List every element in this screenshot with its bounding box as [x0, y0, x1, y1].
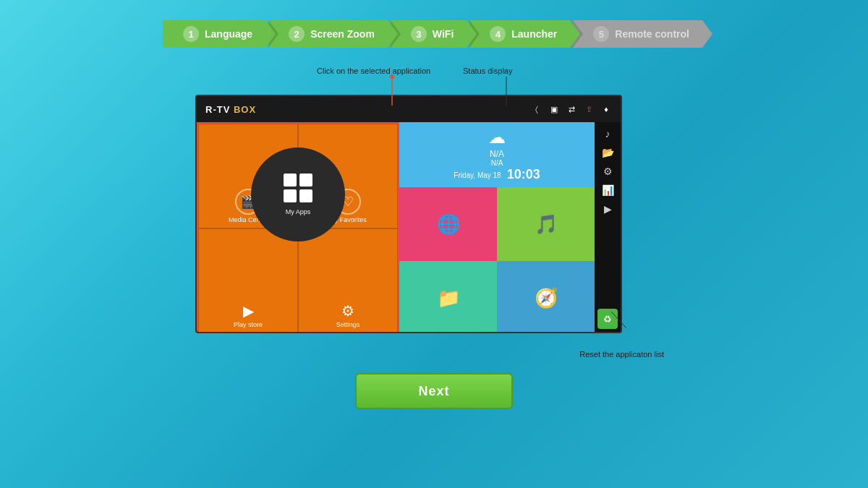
- wizard-step-2[interactable]: 2 Screen Zoom: [268, 20, 388, 48]
- tv-screen: R-TV BOX 〈 ▣ ⇄ ⇧ ♦: [195, 95, 622, 333]
- sidebar-chart-icon[interactable]: 📊: [602, 184, 614, 196]
- sidebar-gear-icon[interactable]: ⚙: [603, 166, 613, 177]
- weather-time: 10:03: [507, 167, 540, 182]
- media-center-label: Media Center: [229, 216, 268, 223]
- settings-label: Settings: [336, 321, 360, 328]
- app-cell-favorites[interactable]: ♡ My Favorites: [298, 124, 398, 228]
- annotation-status-display: Status display: [463, 67, 512, 75]
- app-cell-media-center[interactable]: 🎬 Media Center: [198, 124, 298, 228]
- app-cell-settings[interactable]: ⚙ Settings: [298, 228, 398, 333]
- step-number-5: 5: [593, 26, 609, 42]
- tv-brand: R-TV BOX: [205, 104, 256, 115]
- tv-body: 🎬 Media Center ♡ My Favorites: [197, 122, 621, 333]
- sidebar-play-icon[interactable]: ▶: [604, 203, 612, 215]
- wizard-step-4[interactable]: 4 Launcher: [469, 20, 570, 48]
- browser-icon: 🌐: [437, 213, 460, 236]
- tv-left-grid: 🎬 Media Center ♡ My Favorites: [197, 122, 399, 333]
- step-number-2: 2: [289, 26, 305, 42]
- app-cell-playstore[interactable]: ▶ Play store: [198, 228, 298, 333]
- files-icon: 📁: [437, 287, 460, 309]
- step-label-5: Remote control: [615, 28, 689, 40]
- playstore-icon: ▶: [243, 302, 254, 320]
- weather-na-1: N/A: [490, 149, 504, 159]
- cloud-icon: ☁: [488, 127, 506, 147]
- favorites-icon: ♡: [335, 189, 361, 215]
- upload-icon: ⇧: [583, 103, 595, 115]
- tv-sidebar: ♪ 📂 ⚙ 📊 ▶ ♻: [595, 122, 621, 333]
- app-tile-compass[interactable]: 🧭: [497, 261, 595, 333]
- step-number-1: 1: [183, 26, 199, 42]
- step-number-3: 3: [411, 26, 427, 42]
- signal-icon: ♦: [600, 103, 612, 115]
- wifi-icon: 〈: [531, 103, 542, 115]
- sidebar-reset-button[interactable]: ♻: [597, 309, 618, 329]
- next-button[interactable]: Next: [355, 373, 513, 409]
- annotation-reset-list: Reset the applicaton list: [579, 350, 664, 359]
- cast-icon: ⇄: [566, 103, 577, 115]
- tv-status-icons: 〈 ▣ ⇄ ⇧ ♦: [531, 103, 612, 115]
- screen-icon: ▣: [548, 103, 560, 115]
- next-button-wrapper: Next: [355, 373, 513, 409]
- step-label-4: Launcher: [511, 28, 557, 40]
- annotation-click-app: Click on the selected application: [317, 67, 430, 75]
- step-number-4: 4: [490, 26, 506, 42]
- step-label-2: Screen Zoom: [310, 28, 375, 40]
- main-content: Click on the selected application Status…: [0, 55, 868, 409]
- tv-screen-container: R-TV BOX 〈 ▣ ⇄ ⇧ ♦: [195, 95, 673, 333]
- step-label-3: WiFi: [433, 28, 454, 40]
- tv-right-panel: ☁ N/A N/A Friday, May 18 10:03 🌐: [399, 122, 595, 333]
- playstore-label: Play store: [234, 321, 263, 328]
- step-label-1: Language: [205, 28, 252, 40]
- compass-icon: 🧭: [535, 287, 558, 309]
- app-tiles-grid: 🌐 🎵 📁 🧭: [399, 187, 595, 333]
- sidebar-music-icon[interactable]: ♪: [605, 128, 610, 140]
- sidebar-folder-icon[interactable]: 📂: [602, 147, 614, 158]
- app-tile-music[interactable]: 🎵: [497, 187, 595, 261]
- weather-date: Friday, May 18: [454, 171, 501, 179]
- wizard-step-3[interactable]: 3 WiFi: [391, 20, 467, 48]
- tv-header: R-TV BOX 〈 ▣ ⇄ ⇧ ♦: [197, 96, 621, 122]
- wizard-step-1[interactable]: 1 Language: [163, 20, 265, 48]
- wizard-step-5[interactable]: 5 Remote control: [573, 20, 702, 48]
- favorites-label: My Favorites: [329, 216, 367, 223]
- wizard-bar: 1 Language 2 Screen Zoom 3 WiFi 4 Launch…: [0, 0, 868, 55]
- music-icon: 🎵: [535, 213, 558, 236]
- weather-na-2: N/A: [491, 159, 503, 167]
- app-tile-browser[interactable]: 🌐: [399, 187, 497, 261]
- media-center-icon: 🎬: [235, 189, 261, 215]
- settings-icon: ⚙: [341, 302, 354, 320]
- app-tile-files[interactable]: 📁: [399, 261, 497, 333]
- weather-widget: ☁ N/A N/A Friday, May 18 10:03: [399, 122, 595, 187]
